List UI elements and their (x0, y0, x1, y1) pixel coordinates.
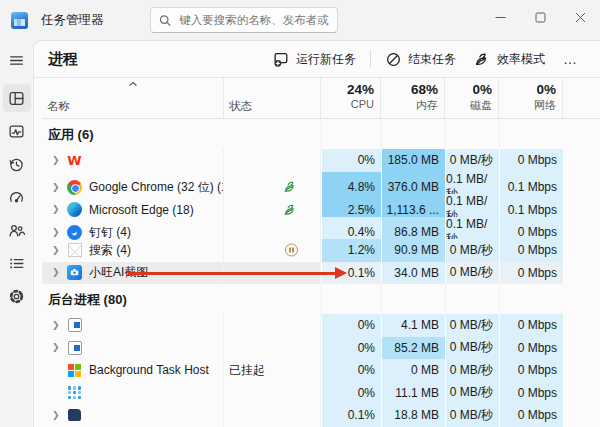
memory-value: 90.9 MB (381, 239, 445, 262)
column-header-status[interactable]: 状态 (224, 78, 321, 118)
dingtalk-icon (67, 225, 82, 240)
column-header-memory[interactable]: 68%内存 (381, 78, 445, 118)
run-new-task-label: 运行新任务 (296, 51, 356, 68)
more-options-button[interactable]: … (555, 48, 586, 70)
cpu-value: 0% (321, 337, 381, 360)
efficiency-leaf-icon (283, 202, 298, 217)
process-row-background-task-host[interactable]: Background Task Host已挂起0%0 MB0 MB/秒0 Mbp… (42, 359, 600, 382)
sidebar-item-menu[interactable] (3, 46, 31, 74)
memory-value: 185.0 MB (381, 149, 445, 172)
process-row[interactable]: ❯0.1%18.8 MB0 MB/秒0 Mbps (42, 404, 600, 427)
process-status-cell (224, 314, 321, 337)
efficiency-mode-label: 效率模式 (497, 51, 545, 68)
network-value: 0 Mbps (499, 262, 563, 285)
content-panel: 进程 运行新任务结束任务效率模式… 名称状态24%CPU68%内存0%磁盘0%网… (33, 40, 600, 427)
column-header-network[interactable]: 0%网络 (499, 78, 563, 118)
process-name-cell: ❯W (42, 149, 224, 172)
process-row-microsoft-edge-18-[interactable]: ❯Microsoft Edge (18)2.5%1,113.6 ...0.1 M… (42, 194, 600, 217)
network-value: 0 Mbps (499, 149, 563, 172)
maximize-button[interactable] (520, 0, 560, 34)
more-icon: … (563, 52, 578, 66)
process-row-google-chrome-32-位-11-[interactable]: ❯Google Chrome (32 位) (11)4.8%376.0 MB0.… (42, 172, 600, 195)
memory-column-label: 内存 (381, 98, 438, 113)
disk-value: 0 MB/秒 (445, 149, 499, 172)
run-new-task-button[interactable]: 运行新任务 (265, 47, 364, 72)
column-header-name[interactable]: 名称 (42, 78, 224, 118)
disk-column-label: 磁盘 (445, 98, 492, 113)
cpu-value: 0% (321, 149, 381, 172)
window-title: 任务管理器 (41, 12, 104, 29)
disk-total-percent: 0% (445, 82, 492, 97)
expand-chevron-icon[interactable]: ❯ (52, 228, 64, 237)
process-row-钉钉-4-[interactable]: ❯钉钉 (4)0.4%86.8 MB0.1 MB/秒0 Mbps (42, 217, 600, 240)
group-header-apps[interactable]: 应用 (6) (42, 119, 600, 149)
cpu-value: 0% (321, 382, 381, 405)
performance-icon (8, 123, 25, 140)
column-header-cpu[interactable]: 24%CPU (321, 78, 381, 118)
sidebar-item-processes[interactable] (3, 84, 31, 112)
sidebar-item-services[interactable] (3, 282, 31, 310)
process-row[interactable]: ❯0%4.1 MB0 MB/秒0 Mbps (42, 314, 600, 337)
menu-icon (8, 52, 25, 69)
column-header-disk[interactable]: 0%磁盘 (445, 78, 499, 118)
cpu-value: 0% (321, 359, 381, 382)
sidebar-item-startup-apps[interactable] (3, 183, 31, 211)
process-row[interactable]: 0%11.1 MB0 MB/秒0 Mbps (42, 382, 600, 405)
efficiency-mode-button[interactable]: 效率模式 (466, 47, 553, 72)
network-value: 0 Mbps (499, 239, 563, 262)
close-button[interactable] (560, 0, 600, 34)
table-header-row: 名称状态24%CPU68%内存0%磁盘0%网络 (42, 78, 600, 119)
app-history-icon (8, 156, 25, 173)
sidebar-item-app-history[interactable] (3, 150, 31, 178)
maximize-icon (535, 12, 546, 23)
expand-chevron-icon[interactable]: ❯ (52, 246, 64, 255)
process-status-cell (224, 404, 321, 427)
process-name: Microsoft Edge (18) (89, 203, 194, 217)
network-column-label: 网络 (499, 98, 556, 113)
process-row[interactable]: ❯0%85.2 MB0 MB/秒0 Mbps (42, 337, 600, 360)
dark-app-icon (68, 409, 81, 421)
disk-value: 0 MB/秒 (445, 239, 499, 262)
cpu-value: 0.1% (321, 262, 381, 285)
startup-apps-icon (8, 189, 25, 206)
process-status-cell (224, 149, 321, 172)
expand-chevron-icon[interactable]: ❯ (52, 156, 64, 165)
network-value: 0 Mbps (499, 404, 563, 427)
expand-chevron-icon[interactable]: ❯ (52, 411, 64, 420)
expand-chevron-icon[interactable]: ❯ (52, 183, 64, 192)
expand-chevron-icon[interactable]: ❯ (52, 205, 64, 214)
expand-chevron-icon[interactable]: ❯ (52, 268, 64, 277)
task-manager-app-icon (11, 12, 28, 29)
toolbar: 运行新任务结束任务效率模式… (265, 47, 586, 72)
group-label: 后台进程 (80) (42, 284, 321, 314)
group-header-background-processes[interactable]: 后台进程 (80) (42, 284, 600, 314)
process-row[interactable]: ❯W0%185.0 MB0 MB/秒0 Mbps (42, 149, 600, 172)
end-task-button[interactable]: 结束任务 (377, 47, 464, 72)
expand-chevron-icon[interactable]: ❯ (52, 343, 64, 352)
process-row-搜索-4-[interactable]: ❯搜索 (4)1.2%90.9 MB0 MB/秒0 Mbps (42, 239, 600, 262)
efficiency-leaf-icon (283, 180, 298, 195)
minimize-icon (495, 12, 506, 23)
cpu-value: 1.2% (321, 239, 381, 262)
minimize-button[interactable] (480, 0, 520, 34)
sidebar-item-users[interactable] (3, 216, 31, 244)
google-chrome-icon (67, 180, 82, 195)
memory-value: 18.8 MB (381, 404, 445, 427)
title-bar: 任务管理器 键入要搜索的名称、发布者或... (0, 0, 600, 40)
memory-value: 0 MB (381, 359, 445, 382)
process-row-小旺ai截图[interactable]: ❯小旺AI截图0.1%34.0 MB0 MB/秒0 Mbps (42, 262, 600, 285)
search-input[interactable]: 键入要搜索的名称、发布者或... (150, 7, 338, 33)
sidebar-item-performance[interactable] (3, 117, 31, 145)
process-name: 小旺AI截图 (89, 264, 148, 281)
process-name: 搜索 (4) (89, 242, 131, 259)
expand-chevron-icon[interactable]: ❯ (52, 321, 64, 330)
page-header: 进程 运行新任务结束任务效率模式… (34, 41, 600, 78)
sidebar-item-details[interactable] (3, 249, 31, 277)
table-body: 应用 (6)❯W0%185.0 MB0 MB/秒0 Mbps❯Google Ch… (42, 119, 600, 427)
network-total-percent: 0% (499, 82, 556, 97)
page-title: 进程 (48, 50, 78, 69)
network-value: 0 Mbps (499, 314, 563, 337)
disk-value: 0 MB/秒 (445, 359, 499, 382)
process-name: Google Chrome (32 位) (11) (89, 179, 224, 196)
default-app-window-icon (68, 318, 82, 332)
